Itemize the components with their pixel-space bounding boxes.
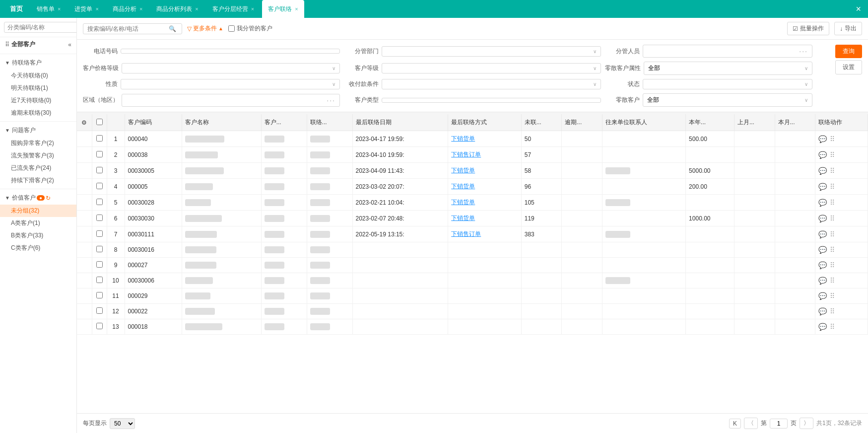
filter-search-input[interactable] bbox=[87, 25, 167, 32]
row-checkbox[interactable] bbox=[96, 307, 103, 314]
select-all-checkbox[interactable] bbox=[96, 119, 103, 125]
sidebar-all-customers[interactable]: ⠿ 全部客户 « bbox=[0, 37, 76, 52]
sidebar-item-hoarding[interactable]: 囤购异常客户(2) bbox=[0, 137, 76, 149]
refresh-icon[interactable]: ↻ bbox=[46, 195, 51, 202]
my-customers-checkbox[interactable] bbox=[228, 25, 235, 32]
close-customer-contact-tab-icon[interactable]: × bbox=[295, 6, 298, 12]
contact-icon[interactable]: 💬 bbox=[818, 292, 827, 300]
row-checkbox[interactable] bbox=[96, 230, 103, 237]
sidebar-item-7days[interactable]: 近7天待联络(0) bbox=[0, 94, 76, 107]
payment-select[interactable]: ∨ bbox=[382, 79, 601, 89]
nav-tab-sales[interactable]: 销售单 × bbox=[31, 0, 67, 18]
prev-page-button[interactable]: 〈 bbox=[744, 418, 758, 429]
grade-select[interactable]: ∨ bbox=[382, 63, 601, 73]
close-purchase-tab-icon[interactable]: × bbox=[95, 6, 98, 12]
close-product-list-tab-icon[interactable]: × bbox=[195, 6, 198, 12]
dept-select[interactable]: ∨ bbox=[382, 46, 601, 57]
retail-attr-select[interactable]: 全部∨ bbox=[644, 62, 812, 75]
row-checkbox-cell[interactable] bbox=[92, 273, 107, 289]
nav-tab-customer-contact[interactable]: 客户联络 × bbox=[262, 0, 304, 18]
row-checkbox[interactable] bbox=[96, 261, 103, 268]
per-page-select[interactable]: 50 100 bbox=[110, 418, 135, 429]
row-last-method[interactable]: 下销货单 bbox=[448, 211, 521, 226]
my-customers-filter[interactable]: 我分管的客户 bbox=[228, 24, 272, 33]
staff-input[interactable]: ··· bbox=[643, 45, 812, 58]
row-checkbox[interactable] bbox=[96, 323, 103, 329]
close-sales-tab-icon[interactable]: × bbox=[58, 6, 61, 12]
more-action-icon[interactable]: ⠿ bbox=[830, 135, 835, 143]
row-checkbox[interactable] bbox=[96, 183, 103, 189]
col-checkbox[interactable] bbox=[92, 114, 107, 131]
sidebar-search-input[interactable] bbox=[4, 22, 77, 33]
row-checkbox[interactable] bbox=[96, 292, 103, 298]
row-checkbox[interactable] bbox=[96, 135, 103, 142]
row-checkbox-cell[interactable] bbox=[92, 304, 107, 319]
status-select[interactable]: ∨ bbox=[643, 79, 812, 89]
contact-icon[interactable]: 💬 bbox=[818, 199, 827, 207]
row-checkbox[interactable] bbox=[96, 151, 103, 157]
row-checkbox[interactable] bbox=[96, 167, 103, 173]
more-conditions-btn[interactable]: ▽ 更多条件 ▲ bbox=[187, 24, 223, 33]
contact-icon[interactable]: 💬 bbox=[818, 215, 827, 222]
row-checkbox-cell[interactable] bbox=[92, 319, 107, 335]
contact-icon[interactable]: 💬 bbox=[818, 307, 827, 315]
nav-tab-product-list[interactable]: 商品分析列表 × bbox=[150, 0, 204, 18]
sidebar-item-declining[interactable]: 持续下滑客户(2) bbox=[0, 174, 76, 187]
row-checkbox[interactable] bbox=[96, 215, 103, 221]
more-action-icon[interactable]: ⠿ bbox=[830, 167, 835, 175]
more-action-icon[interactable]: ⠿ bbox=[830, 307, 835, 315]
row-checkbox-cell[interactable] bbox=[92, 226, 107, 242]
contact-icon[interactable]: 💬 bbox=[818, 151, 827, 159]
sidebar-item-grade-b[interactable]: B类客户(33) bbox=[0, 229, 76, 242]
region-input[interactable]: ··· bbox=[122, 94, 340, 107]
more-action-icon[interactable]: ⠿ bbox=[830, 246, 835, 254]
more-action-icon[interactable]: ⠿ bbox=[830, 215, 835, 222]
sidebar-group-problem[interactable]: ▼ 问题客户 bbox=[0, 124, 76, 137]
row-checkbox-cell[interactable] bbox=[92, 211, 107, 226]
contact-icon[interactable]: 💬 bbox=[818, 277, 827, 285]
row-last-method[interactable]: 下销售订单 bbox=[448, 226, 521, 242]
contact-icon[interactable]: 💬 bbox=[818, 261, 827, 269]
more-action-icon[interactable]: ⠿ bbox=[830, 151, 835, 159]
first-page-button[interactable]: K bbox=[729, 419, 741, 429]
col-settings[interactable]: ⚙ bbox=[77, 114, 92, 131]
contact-icon[interactable]: 💬 bbox=[818, 323, 827, 331]
sidebar-item-today[interactable]: 今天待联络(0) bbox=[0, 70, 76, 82]
reset-button[interactable]: 设置 bbox=[835, 60, 862, 74]
batch-operation-button[interactable]: ☑ 批量操作 bbox=[787, 22, 829, 35]
row-last-method[interactable]: 下销售订单 bbox=[448, 147, 521, 163]
sidebar-item-churn-warning[interactable]: 流失预警客户(3) bbox=[0, 149, 76, 162]
more-action-icon[interactable]: ⠿ bbox=[830, 261, 835, 269]
sidebar-item-ungrouped[interactable]: 未分组(32) bbox=[0, 205, 76, 217]
sidebar-item-grade-c[interactable]: C类客户(6) bbox=[0, 242, 76, 254]
export-button[interactable]: ↓ 导出 bbox=[834, 22, 862, 35]
row-checkbox-cell[interactable] bbox=[92, 258, 107, 273]
more-action-icon[interactable]: ⠿ bbox=[830, 199, 835, 207]
contact-icon[interactable]: 💬 bbox=[818, 230, 827, 238]
sidebar-item-overdue[interactable]: 逾期未联络(30) bbox=[0, 107, 76, 119]
more-action-icon[interactable]: ⠿ bbox=[830, 230, 835, 238]
close-customer-tier-tab-icon[interactable]: × bbox=[251, 6, 254, 12]
row-last-method[interactable]: 下销货单 bbox=[448, 131, 521, 147]
contact-icon[interactable]: 💬 bbox=[818, 135, 827, 143]
nav-tab-customer-tier[interactable]: 客户分层经营 × bbox=[206, 0, 260, 18]
row-checkbox-cell[interactable] bbox=[92, 179, 107, 195]
sidebar-item-grade-a[interactable]: A类客户(1) bbox=[0, 217, 76, 229]
nav-tab-purchase[interactable]: 进货单 × bbox=[68, 0, 104, 18]
more-action-icon[interactable]: ⠿ bbox=[830, 323, 835, 331]
next-page-button[interactable]: 〉 bbox=[800, 418, 813, 429]
phone-input[interactable] bbox=[121, 49, 340, 54]
nav-home[interactable]: 首页 bbox=[4, 0, 29, 18]
more-action-icon[interactable]: ⠿ bbox=[830, 292, 835, 300]
row-checkbox-cell[interactable] bbox=[92, 242, 107, 258]
close-product-analysis-tab-icon[interactable]: × bbox=[139, 6, 142, 12]
row-last-method[interactable]: 下销货单 bbox=[448, 195, 521, 211]
row-checkbox[interactable] bbox=[96, 246, 103, 252]
filter-search-box[interactable]: 🔍 bbox=[83, 23, 182, 34]
row-checkbox-cell[interactable] bbox=[92, 163, 107, 179]
row-checkbox-cell[interactable] bbox=[92, 289, 107, 304]
query-button[interactable]: 查询 bbox=[835, 45, 862, 58]
sidebar-group-pending[interactable]: ▼ 待联络客户 bbox=[0, 56, 76, 70]
nav-tab-product-analysis[interactable]: 商品分析 × bbox=[107, 0, 148, 18]
price-grade-select[interactable]: ∨ bbox=[122, 63, 340, 73]
